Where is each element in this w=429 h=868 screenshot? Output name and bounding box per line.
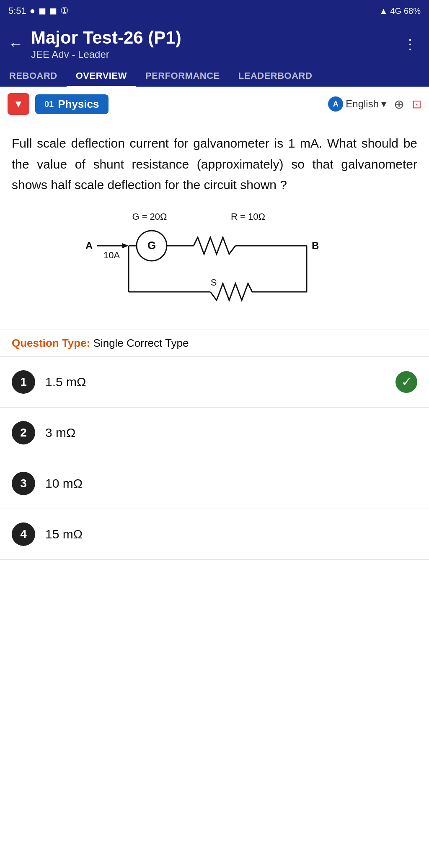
question-type-value: Single Correct Type [93, 337, 189, 349]
status-bar: 5:51 ● ◼ ◼ ① ▲ 4G 68% [0, 0, 429, 22]
status-left: 5:51 ● ◼ ◼ ① [8, 5, 69, 16]
back-button[interactable]: ← [8, 35, 23, 53]
more-options-button[interactable]: ⋮ [400, 34, 421, 54]
tab-leaderboard[interactable]: LEADERBOARD [229, 65, 322, 86]
zoom-in-icon: ⊕ [394, 97, 404, 111]
option-number-4: 4 [12, 522, 35, 546]
media-icon2: ◼ [49, 5, 57, 16]
resistor-label: R = 10Ω [231, 211, 265, 222]
question-area: Full scale deflection current for galvan… [0, 121, 429, 330]
media-icon: ◼ [39, 5, 46, 16]
filter-button[interactable]: ▼ [8, 93, 29, 115]
status-right: ▲ 4G 68% [379, 6, 421, 16]
resistor-symbol [194, 237, 235, 254]
header-title-block: Major Test-26 (P1) JEE Adv - Leader [31, 28, 392, 60]
current-label: 10A [103, 250, 120, 260]
node-a-label: A [85, 240, 93, 251]
subject-badge: 01 Physics [35, 94, 109, 114]
option-number-3: 3 [12, 472, 35, 495]
battery-level: 68% [404, 6, 421, 16]
page-subtitle: JEE Adv - Leader [31, 49, 392, 60]
wifi-icon: ▲ [379, 6, 388, 16]
question-type-label: Question Type: [12, 337, 90, 349]
signal-icon: ● [30, 5, 35, 16]
galvanometer-g-label: G [147, 239, 156, 252]
app-header: ← Major Test-26 (P1) JEE Adv - Leader ⋮ [0, 22, 429, 65]
nav-tabs: REBOARD OVERVIEW PERFORMANCE LEADERBOARD [0, 65, 429, 87]
circuit-diagram: G = 20Ω R = 10Ω A 10A G B [12, 204, 417, 313]
option-text-3: 10 mΩ [45, 476, 417, 491]
option-item-4[interactable]: 4 15 mΩ [0, 509, 429, 560]
bookmark-icon: ⊡ [412, 98, 421, 111]
question-toolbar: ▼ 01 Physics A English ▾ ⊕ ⊡ [0, 87, 429, 121]
option-item-2[interactable]: 2 3 mΩ [0, 408, 429, 458]
option-number-1: 1 [12, 370, 35, 394]
lang-label: English [346, 98, 379, 110]
language-selector[interactable]: A English ▾ [328, 96, 386, 112]
galvanometer-label: G = 20Ω [132, 211, 167, 222]
correct-icon-1: ✓ [395, 371, 417, 393]
tab-overview[interactable]: OVERVIEW [67, 65, 136, 86]
option-item-1[interactable]: 1 1.5 mΩ ✓ [0, 357, 429, 408]
shunt-label: S [211, 277, 217, 288]
tab-reboard[interactable]: REBOARD [0, 65, 67, 86]
page-title: Major Test-26 (P1) [31, 28, 392, 48]
tab-performance[interactable]: PERFORMANCE [136, 65, 229, 86]
filter-icon: ▼ [13, 98, 23, 110]
node-b-label: B [312, 240, 319, 251]
dot-icon: ① [60, 5, 69, 16]
option-text-1: 1.5 mΩ [45, 375, 385, 389]
network-label: 4G [390, 6, 401, 16]
status-time: 5:51 [8, 5, 26, 16]
question-type-bar: Question Type: Single Correct Type [0, 330, 429, 356]
option-number-2: 2 [12, 421, 35, 444]
options-list: 1 1.5 mΩ ✓ 2 3 mΩ 3 10 mΩ 4 15 mΩ [0, 356, 429, 560]
question-text: Full scale deflection current for galvan… [12, 133, 417, 195]
zoom-in-button[interactable]: ⊕ [394, 97, 404, 112]
toolbar-right: A English ▾ ⊕ ⊡ [328, 96, 421, 112]
option-text-4: 15 mΩ [45, 527, 417, 541]
lang-icon: A [328, 96, 343, 112]
option-text-2: 3 mΩ [45, 426, 417, 440]
lang-dropdown-icon: ▾ [381, 98, 386, 110]
bookmark-button[interactable]: ⊡ [412, 97, 421, 111]
subject-number: 01 [44, 99, 54, 109]
circuit-svg: G = 20Ω R = 10Ω A 10A G B [72, 204, 357, 313]
option-item-3[interactable]: 3 10 mΩ [0, 458, 429, 509]
svg-marker-1 [122, 243, 129, 248]
subject-name: Physics [58, 98, 99, 111]
